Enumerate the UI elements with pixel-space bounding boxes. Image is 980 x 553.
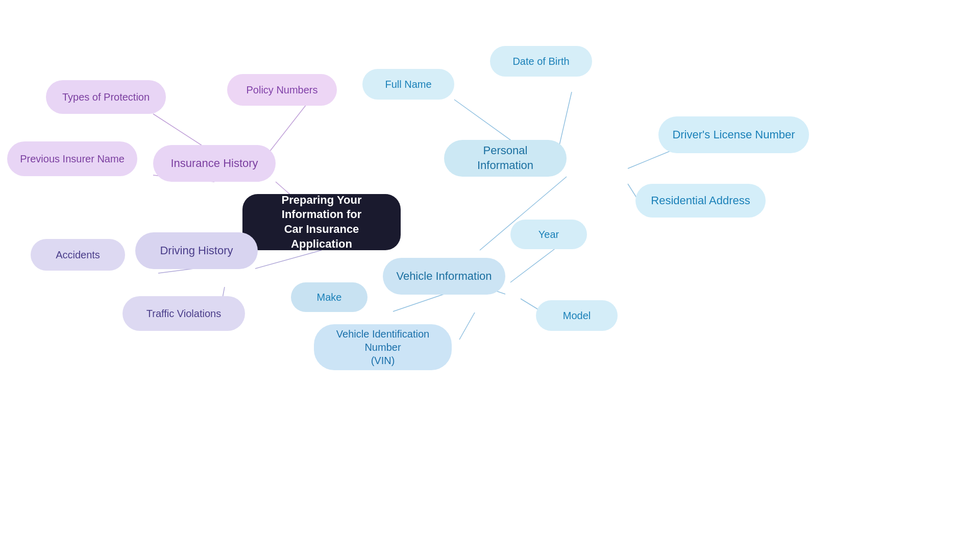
node-previous-insurer: Previous Insurer Name bbox=[7, 141, 137, 176]
node-model: Model bbox=[536, 300, 618, 331]
svg-line-14 bbox=[255, 250, 322, 269]
node-label: Types of Protection bbox=[62, 90, 150, 104]
node-label: Full Name bbox=[385, 78, 431, 91]
node-label: Accidents bbox=[56, 248, 100, 261]
svg-line-3 bbox=[628, 150, 674, 169]
node-year: Year bbox=[510, 220, 587, 249]
node-vin: Vehicle Identification Number (VIN) bbox=[314, 324, 452, 370]
node-personal-information: Personal Information bbox=[444, 140, 567, 177]
node-make: Make bbox=[291, 282, 368, 312]
node-driving-history: Driving History bbox=[135, 232, 258, 269]
node-drivers-license: Driver's License Number bbox=[658, 116, 809, 153]
node-label: Insurance History bbox=[170, 156, 258, 171]
node-label: Personal Information bbox=[456, 143, 554, 173]
node-label: Residential Address bbox=[651, 194, 750, 208]
node-label: Vehicle Information bbox=[396, 269, 492, 284]
center-label: Preparing Your Information for Car Insur… bbox=[255, 193, 388, 251]
node-label: Driving History bbox=[160, 244, 233, 258]
node-label: Year bbox=[538, 228, 559, 241]
node-vehicle-information: Vehicle Information bbox=[383, 258, 505, 295]
node-label: Driver's License Number bbox=[672, 128, 795, 142]
node-full-name: Full Name bbox=[362, 69, 454, 100]
node-insurance-history: Insurance History bbox=[153, 145, 276, 182]
node-policy-numbers: Policy Numbers bbox=[227, 74, 337, 106]
svg-line-9 bbox=[459, 312, 475, 340]
node-residential-address: Residential Address bbox=[635, 184, 766, 218]
svg-line-15 bbox=[158, 269, 194, 273]
center-node: Preparing Your Information for Car Insur… bbox=[242, 194, 401, 250]
node-traffic-violations: Traffic Violations bbox=[122, 296, 245, 331]
node-types-of-protection: Types of Protection bbox=[46, 80, 166, 114]
node-label: Vehicle Identification Number (VIN) bbox=[326, 327, 439, 367]
node-label: Make bbox=[317, 291, 342, 304]
node-date-of-birth: Date of Birth bbox=[490, 46, 592, 77]
node-label: Model bbox=[563, 309, 591, 322]
node-label: Previous Insurer Name bbox=[20, 152, 125, 165]
node-accidents: Accidents bbox=[31, 239, 125, 271]
node-label: Policy Numbers bbox=[246, 83, 317, 97]
svg-line-7 bbox=[393, 294, 444, 311]
svg-line-6 bbox=[510, 248, 556, 282]
node-label: Traffic Violations bbox=[146, 307, 221, 320]
node-label: Date of Birth bbox=[512, 55, 569, 68]
